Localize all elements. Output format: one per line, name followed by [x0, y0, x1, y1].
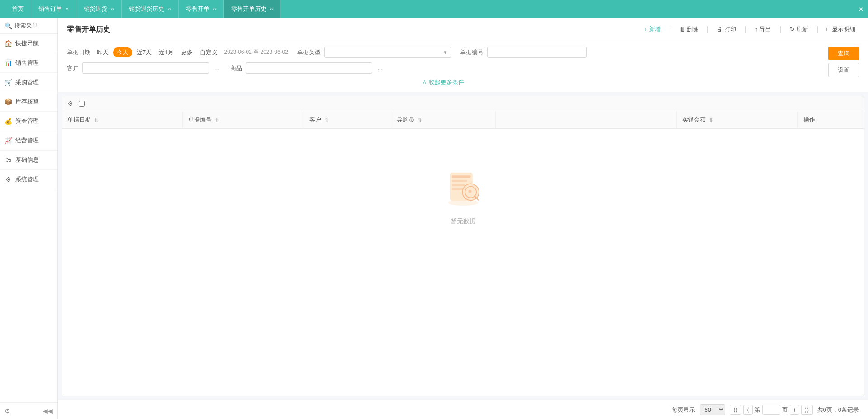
- tab-sales-return-history[interactable]: 销货退货历史 ×: [122, 0, 179, 18]
- col-number-sort-icon[interactable]: ⇅: [215, 118, 219, 122]
- customer-label: 客户: [67, 64, 79, 72]
- system-icon: ⚙: [5, 176, 12, 183]
- col-amount-sort-icon[interactable]: ⇅: [709, 118, 713, 122]
- goods-input[interactable]: [246, 62, 372, 74]
- col-salesperson-sort-icon[interactable]: ⇅: [418, 118, 422, 122]
- doc-number-input[interactable]: [487, 47, 587, 58]
- filter-settings-button[interactable]: 设置: [828, 63, 859, 77]
- print-button[interactable]: 🖨 打印: [713, 24, 740, 35]
- goods-label: 商品: [230, 64, 242, 72]
- prev-page-btn[interactable]: ⟨: [743, 405, 753, 415]
- date-opt-custom[interactable]: 自定义: [197, 47, 220, 57]
- sidebar-search-label: 搜索采单: [14, 22, 38, 30]
- table-settings-icon[interactable]: ⚙: [67, 100, 73, 107]
- main-layout: 🔍 搜索采单 🏠 快捷导航 📊 销售管理 🛒 采购管理 📦 库存核算 💰 资金管…: [0, 18, 868, 419]
- col-salesperson[interactable]: 导购员 ⇅: [391, 111, 496, 129]
- goods-more-icon[interactable]: ...: [376, 63, 384, 73]
- refresh-button[interactable]: ↻ 刷新: [786, 24, 812, 35]
- empty-state-illustration: [441, 165, 486, 210]
- tab-sales-order[interactable]: 销售订单 ×: [31, 0, 76, 18]
- date-opt-yesterday[interactable]: 昨天: [94, 47, 111, 57]
- first-page-btn[interactable]: ⟨⟨: [730, 405, 741, 415]
- col-action: 操作: [798, 111, 864, 129]
- date-opt-today[interactable]: 今天: [113, 47, 132, 57]
- pagination: 每页显示 50 20 100 ⟨⟨ ⟨ 第 1 页 ⟩ ⟩⟩ 共0页，0条记录: [58, 400, 868, 419]
- col-customer-sort-icon[interactable]: ⇅: [325, 118, 328, 122]
- sidebar-item-operations-label: 经营管理: [15, 137, 39, 145]
- page-header: 零售开单历史 + 新增 🗑 删除 🖨 打印 ↑ 导出 ↻ 刷新 □ 显示明细: [58, 18, 868, 41]
- toolbar-divider-3: [745, 26, 746, 33]
- tab-retail-order[interactable]: 零售开单 ×: [179, 0, 224, 18]
- sidebar-item-inventory[interactable]: 📦 库存核算: [0, 92, 57, 112]
- svg-rect-2: [452, 175, 471, 178]
- toolbar-divider-2: [707, 26, 708, 33]
- doc-type-arrow-icon: ▾: [444, 49, 447, 56]
- date-opt-1month[interactable]: 近1月: [156, 47, 176, 57]
- tab-home[interactable]: 首页: [5, 0, 31, 18]
- sales-icon: 📊: [5, 59, 12, 66]
- filter-customer-group: 客户 ...: [67, 62, 221, 74]
- table-toolbar: ⚙: [62, 96, 864, 111]
- tab-sales-return-history-label: 销货退货历史: [129, 5, 164, 13]
- sidebar-item-base-info-label: 基础信息: [15, 156, 39, 164]
- page-word-before: 第: [754, 406, 760, 414]
- select-all-checkbox[interactable]: [79, 101, 85, 107]
- filter-date-options: 昨天 今天 近7天 近1月 更多 自定义: [94, 47, 220, 57]
- date-opt-7days[interactable]: 近7天: [134, 47, 154, 57]
- customer-input[interactable]: [82, 62, 209, 74]
- tab-retail-order-close[interactable]: ×: [213, 6, 216, 12]
- display-detail-button[interactable]: □ 显示明细: [823, 24, 859, 35]
- inventory-icon: 📦: [5, 98, 12, 105]
- export-button[interactable]: ↑ 导出: [751, 24, 775, 35]
- sidebar-item-quick-nav[interactable]: 🏠 快捷导航: [0, 34, 57, 53]
- empty-text: 暂无数据: [451, 217, 476, 226]
- sidebar-item-system[interactable]: ⚙ 系统管理: [0, 170, 57, 189]
- date-opt-more[interactable]: 更多: [178, 47, 195, 57]
- col-amount[interactable]: 实销金额 ⇅: [676, 111, 797, 129]
- col-date-sort-icon[interactable]: ⇅: [95, 118, 98, 122]
- tab-sales-return-close[interactable]: ×: [111, 6, 114, 12]
- sidebar-item-base-info[interactable]: 🗂 基础信息: [0, 151, 57, 170]
- customer-more-icon[interactable]: ...: [213, 63, 221, 73]
- top-nav-right: ✕: [859, 6, 863, 13]
- top-nav-bar: 首页 销售订单 × 销货退货 × 销货退货历史 × 零售开单 × 零售开单历史 …: [0, 0, 868, 18]
- col-number[interactable]: 单据编号 ⇅: [183, 111, 304, 129]
- page-number-input[interactable]: 1: [762, 405, 780, 415]
- sidebar-item-sales[interactable]: 📊 销售管理: [0, 53, 57, 73]
- sidebar-search[interactable]: 🔍 搜索采单: [0, 18, 57, 34]
- col-date-label: 单据日期: [67, 116, 91, 123]
- tab-retail-history[interactable]: 零售开单历史 ×: [224, 0, 281, 18]
- filter-actions: 查询 设置: [828, 47, 859, 77]
- table-container: ⚙ 单据日期 ⇅ 单据编号 ⇅ 客户: [62, 96, 864, 396]
- sidebar-bottom: ⚙ ◀◀: [0, 402, 57, 419]
- sidebar-item-finance[interactable]: 💰 资金管理: [0, 112, 57, 131]
- operations-icon: 📈: [5, 137, 12, 144]
- sidebar-item-purchase[interactable]: 🛒 采购管理: [0, 73, 57, 92]
- sidebar: 🔍 搜索采单 🏠 快捷导航 📊 销售管理 🛒 采购管理 📦 库存核算 💰 资金管…: [0, 18, 58, 419]
- tab-sales-return-history-close[interactable]: ×: [168, 6, 171, 12]
- collapse-sidebar-icon[interactable]: ◀◀: [43, 407, 53, 414]
- finance-icon: 💰: [5, 118, 12, 125]
- filter-row-1: 单据日期 昨天 今天 近7天 近1月 更多 自定义 2023-06-02 至 2…: [67, 47, 819, 58]
- doc-number-label: 单据编号: [460, 48, 484, 56]
- doc-type-select[interactable]: ▾: [324, 47, 451, 58]
- delete-button[interactable]: 🗑 删除: [676, 24, 702, 35]
- nav-close-btn[interactable]: ✕: [859, 6, 863, 13]
- last-page-btn[interactable]: ⟩⟩: [801, 405, 813, 415]
- query-button[interactable]: 查询: [828, 47, 859, 60]
- svg-rect-4: [452, 184, 465, 186]
- sidebar-item-operations[interactable]: 📈 经营管理: [0, 131, 57, 151]
- col-date[interactable]: 单据日期 ⇅: [62, 111, 183, 129]
- col-customer[interactable]: 客户 ⇅: [304, 111, 391, 129]
- filter-area: 单据日期 昨天 今天 近7天 近1月 更多 自定义 2023-06-02 至 2…: [58, 41, 868, 92]
- tab-retail-history-close[interactable]: ×: [270, 6, 273, 12]
- add-button[interactable]: + 新增: [640, 24, 664, 35]
- col-salesperson-label: 导购员: [397, 116, 414, 123]
- tab-sales-order-close[interactable]: ×: [66, 6, 69, 12]
- next-page-btn[interactable]: ⟩: [790, 405, 799, 415]
- settings-bottom-icon[interactable]: ⚙: [5, 407, 10, 414]
- collapse-filter-button[interactable]: ∧ 收起更多条件: [67, 78, 819, 86]
- page-size-select[interactable]: 50 20 100: [700, 404, 725, 415]
- tab-sales-return[interactable]: 销货退货 ×: [76, 0, 122, 18]
- purchase-icon: 🛒: [5, 79, 12, 86]
